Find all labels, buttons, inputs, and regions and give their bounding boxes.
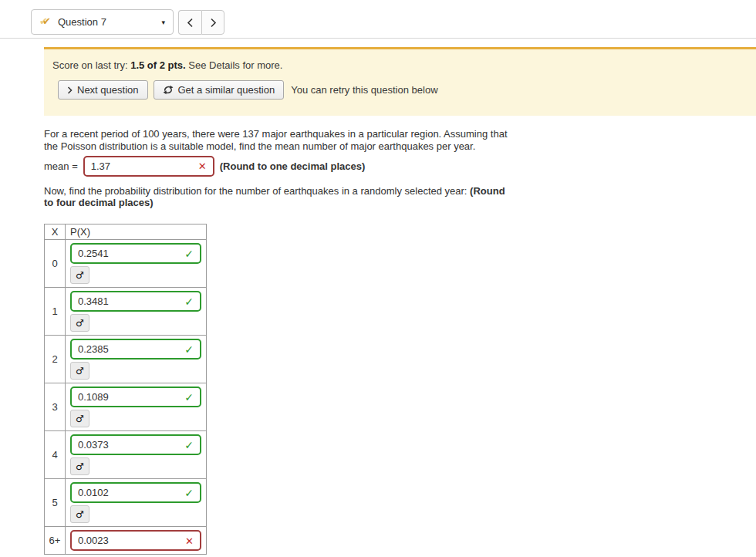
table-row: 5✓♂ [45,479,207,527]
key-button[interactable]: ♂ [70,314,89,332]
get-similar-question-label: Get a similar question [178,84,275,96]
table-row: 4✓♂ [45,431,207,479]
key-icon: ♂ [76,462,84,471]
correct-check-icon: ✓ [184,440,194,451]
probability-answer-box: ✓ [70,482,201,503]
banner-actions: Next question Get a similar question You… [58,80,756,100]
correct-check-icon: ✓ [184,296,194,307]
chevron-right-icon [67,86,73,94]
correct-check-icon: ✓ [184,344,194,355]
key-button[interactable]: ♂ [70,505,89,523]
next-question-arrow-button[interactable] [201,10,224,35]
previous-question-button[interactable] [178,10,201,35]
table-row: 1✓♂ [45,288,207,336]
probability-input[interactable] [72,487,200,498]
quiz-page: ✔✔ Question 7 ▾ Score on last try: 1.5 o… [0,0,756,557]
probability-answer-box: ✕ [70,530,201,551]
probability-answer-box: ✓ [70,243,201,264]
probability-input[interactable] [72,248,200,259]
probability-answer-box: ✓ [70,387,201,407]
probability-answer-box: ✓ [70,434,201,455]
correct-check-icon: ✓ [184,488,194,498]
question-intro: For a recent period of 100 years, there … [44,128,584,153]
next-question-button[interactable]: Next question [58,80,148,100]
probability-input[interactable] [72,391,200,403]
key-icon: ♂ [76,366,84,376]
probability-input[interactable] [72,295,200,307]
x-value: 2 [45,336,66,383]
retry-text: You can retry this question below [291,84,437,96]
score-prefix: Score on last try: [52,59,128,71]
mean-input[interactable] [85,160,213,172]
key-button[interactable]: ♂ [70,266,89,284]
key-button[interactable]: ♂ [70,457,89,475]
key-icon: ♂ [76,510,84,519]
chevron-left-icon [187,18,194,28]
column-header-x: X [45,224,66,240]
double-check-icon: ✔✔ [39,15,54,29]
question-body: For a recent period of 100 years, there … [44,128,584,555]
correct-check-icon: ✓ [184,248,194,259]
question-selector-dropdown[interactable]: ✔✔ Question 7 ▾ [31,9,174,35]
mean-rounding-hint: (Round to one decimal places) [220,160,366,172]
x-value: 3 [45,383,66,431]
incorrect-x-icon: ✕ [198,161,207,171]
get-similar-question-button[interactable]: Get a similar question [154,80,285,100]
key-button[interactable]: ♂ [70,362,89,380]
probability-input[interactable] [72,439,200,451]
question-navigation-bar: ✔✔ Question 7 ▾ [0,0,756,39]
table-header-row: X P(X) [45,224,207,240]
incorrect-x-icon: ✕ [185,535,194,545]
x-value: 4 [45,431,66,479]
probability-answer-box: ✓ [70,291,201,312]
score-suffix: See Details for more. [188,59,282,71]
question-part2: Now, find the probability distribution f… [44,185,584,210]
mean-answer-row: mean = ✕ (Round to one decimal places) [44,154,584,178]
mean-answer-box: ✕ [83,156,214,177]
key-icon: ♂ [76,319,84,328]
x-value: 0 [45,240,66,288]
x-value: 6+ [45,527,66,555]
table-row: 6+✕ [45,527,207,555]
column-header-px: P(X) [66,224,207,240]
part2-text: Now, find the probability distribution f… [44,185,467,197]
x-value: 1 [45,288,66,336]
table-row: 0✓♂ [45,240,207,288]
probability-answer-box: ✓ [70,339,201,360]
question-nav-button-group [178,10,224,35]
score-value: 1.5 of 2 pts. [130,59,186,71]
refresh-icon [163,85,174,95]
probability-table: X P(X) 0✓♂1✓♂2✓♂3✓♂4✓♂5✓♂6+✕ [44,224,207,555]
key-icon: ♂ [76,271,84,280]
probability-input[interactable] [72,535,200,546]
key-button[interactable]: ♂ [70,410,89,427]
x-value: 5 [45,479,66,527]
score-banner: Score on last try: 1.5 of 2 pts. See Det… [44,47,756,116]
score-text: Score on last try: 1.5 of 2 pts. See Det… [52,59,756,71]
table-row: 3✓♂ [45,383,207,431]
mean-label: mean = [44,160,78,172]
question-selector-label: Question 7 [58,16,106,28]
chevron-right-icon [210,18,217,28]
correct-check-icon: ✓ [184,392,194,403]
key-icon: ♂ [76,414,84,424]
probability-input[interactable] [72,343,200,355]
table-row: 2✓♂ [45,336,207,383]
next-question-label: Next question [77,84,139,96]
chevron-down-icon: ▾ [161,19,165,26]
